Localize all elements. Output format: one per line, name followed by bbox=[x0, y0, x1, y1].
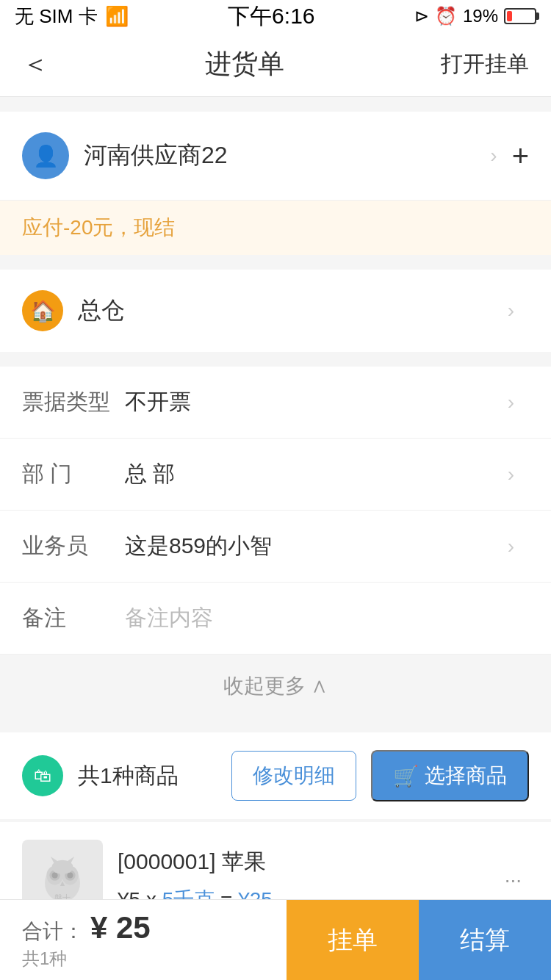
carrier-label: 无 SIM 卡 bbox=[15, 4, 98, 29]
battery-icon bbox=[504, 8, 536, 24]
ticket-row[interactable]: 票据类型 不开票 › bbox=[0, 367, 551, 439]
battery-pct: 19% bbox=[463, 6, 498, 26]
gap-3 bbox=[0, 352, 551, 367]
form-section: 票据类型 不开票 › 部 门 总 部 › 业务员 这是859的小智 › 备注 备… bbox=[0, 367, 551, 655]
supplier-name: 河南供应商22 bbox=[84, 140, 490, 172]
gap-1 bbox=[0, 97, 551, 112]
warehouse-section: 🏠 总仓 › bbox=[0, 270, 551, 352]
product-header: 🛍 共1种商品 修改明细 🛒 选择商品 bbox=[0, 732, 551, 819]
product-section-icon: 🛍 bbox=[22, 755, 63, 796]
total-section: 合计： ¥ 25 共1种 bbox=[0, 910, 287, 970]
bottom-bar: 合计： ¥ 25 共1种 挂单 结算 bbox=[0, 899, 551, 980]
status-bar: 无 SIM 卡 📶 下午6:16 ⊳ ⏰ 19% bbox=[0, 0, 551, 32]
remark-row[interactable]: 备注 备注内容 bbox=[0, 583, 551, 655]
agent-chevron-icon: › bbox=[508, 535, 514, 558]
total-label: 合计： bbox=[22, 920, 84, 943]
remark-label: 备注 bbox=[22, 603, 125, 633]
agent-row[interactable]: 业务员 这是859的小智 › bbox=[0, 511, 551, 583]
total-count: 共1种 bbox=[22, 947, 264, 970]
back-button[interactable]: ＜ bbox=[22, 46, 48, 82]
total-line: 合计： ¥ 25 bbox=[22, 910, 264, 945]
warehouse-icon: 🏠 bbox=[22, 290, 63, 331]
select-product-label: 选择商品 bbox=[425, 762, 507, 790]
svg-point-5 bbox=[52, 873, 58, 879]
divider bbox=[0, 819, 551, 821]
supplier-notice: 应付-20元，现结 bbox=[0, 201, 551, 255]
svg-point-6 bbox=[67, 873, 73, 879]
remark-input[interactable]: 备注内容 bbox=[125, 603, 529, 633]
status-time: 下午6:16 bbox=[228, 1, 314, 32]
warehouse-chevron-icon: › bbox=[508, 299, 514, 323]
agent-label: 业务员 bbox=[22, 531, 125, 561]
home-icon: 🏠 bbox=[30, 299, 56, 323]
open-pending-button[interactable]: 打开挂单 bbox=[441, 49, 529, 79]
product-title: [0000001] 苹果 bbox=[118, 847, 483, 877]
select-cart-icon: 🛒 bbox=[393, 764, 419, 788]
status-left: 无 SIM 卡 📶 bbox=[15, 4, 129, 29]
ticket-label: 票据类型 bbox=[22, 387, 125, 417]
supplier-row[interactable]: 👤 河南供应商22 › + bbox=[0, 112, 551, 201]
wifi-icon: 📶 bbox=[105, 5, 129, 28]
collapse-button[interactable]: 收起更多 ∧ bbox=[0, 655, 551, 718]
ticket-chevron-icon: › bbox=[508, 391, 514, 414]
checkout-button[interactable]: 结算 bbox=[419, 900, 551, 981]
supplier-chevron-icon: › bbox=[490, 144, 497, 167]
dept-label: 部 门 bbox=[22, 459, 125, 489]
product-count-label: 共1种商品 bbox=[78, 761, 217, 791]
supplier-avatar: 👤 bbox=[22, 132, 69, 179]
select-product-button[interactable]: 🛒 选择商品 bbox=[371, 750, 529, 801]
product-more-button[interactable]: ··· bbox=[497, 861, 529, 899]
products-section: 🛍 共1种商品 修改明细 🛒 选择商品 bbox=[0, 732, 551, 819]
alarm-icon: ⏰ bbox=[435, 6, 457, 26]
dept-value: 总 部 bbox=[125, 459, 508, 489]
ticket-value: 不开票 bbox=[125, 387, 508, 417]
product-id: [0000001] bbox=[118, 849, 215, 873]
gap-2 bbox=[0, 255, 551, 270]
status-right: ⊳ ⏰ 19% bbox=[414, 6, 536, 26]
cart-icon: 🛍 bbox=[34, 765, 51, 786]
dept-row[interactable]: 部 门 总 部 › bbox=[0, 439, 551, 511]
page-title: 进货单 bbox=[205, 46, 284, 82]
avatar-icon: 👤 bbox=[33, 144, 59, 168]
gap-4 bbox=[0, 718, 551, 732]
dept-chevron-icon: › bbox=[508, 463, 514, 486]
location-icon: ⊳ bbox=[414, 6, 429, 26]
add-supplier-button[interactable]: + bbox=[512, 140, 529, 173]
pending-button[interactable]: 挂单 bbox=[287, 900, 419, 981]
supplier-section: 👤 河南供应商22 › + 应付-20元，现结 bbox=[0, 112, 551, 255]
warehouse-name: 总仓 bbox=[78, 295, 508, 327]
agent-value: 这是859的小智 bbox=[125, 531, 508, 561]
edit-detail-button[interactable]: 修改明细 bbox=[231, 751, 356, 801]
total-amount: ¥ 25 bbox=[90, 910, 151, 945]
warehouse-row[interactable]: 🏠 总仓 › bbox=[0, 270, 551, 352]
nav-bar: ＜ 进货单 打开挂单 bbox=[0, 32, 551, 97]
